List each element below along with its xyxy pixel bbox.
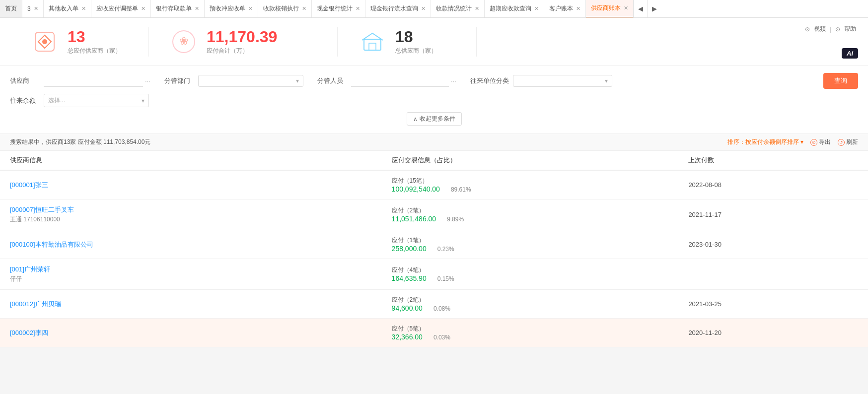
supplier-link-4[interactable]: [001]广州荣轩 <box>10 265 50 273</box>
chevron-down-icon-2: ▾ <box>605 77 608 84</box>
nav-tab-customer-account[interactable]: 客户账本 ✕ <box>544 0 586 18</box>
supplier-link-2[interactable]: [000007]恒旺二手叉车 <box>10 206 74 213</box>
ap-suppliers-num: 13 <box>68 29 121 45</box>
chevron-down-icon: ▾ <box>296 77 299 84</box>
close-icon[interactable]: ✕ <box>534 5 539 12</box>
close-icon[interactable]: ✕ <box>576 5 580 12</box>
nav-tab-advance-offset[interactable]: 预收冲应收单 ✕ <box>205 0 258 18</box>
nav-tab-other-income[interactable]: 其他收入单 ✕ <box>44 0 91 18</box>
ai-badge[interactable]: Ai <box>842 48 858 59</box>
payable-info-6: 应付（5笔） 32,366.00 0.03% <box>392 325 689 341</box>
payable-pct-4: 0.15% <box>437 275 454 282</box>
nav-next-arrow[interactable]: ▶ <box>648 0 661 18</box>
wheat-icon: ❀ <box>169 27 199 57</box>
video-link[interactable]: 视频 <box>814 25 826 33</box>
export-link[interactable]: ⊙ 导出 <box>810 138 831 146</box>
nav-tab-cash-bank-flow-label: 现金银行流水查询 <box>370 4 418 13</box>
payable-amount-4: 164,635.90 <box>392 274 427 282</box>
svg-point-2 <box>42 39 47 44</box>
close-icon[interactable]: ✕ <box>34 5 38 12</box>
nav-tab-home[interactable]: 首页 <box>0 0 22 18</box>
nav-tab-cash-bank-stat[interactable]: 现金银行统计 ✕ <box>312 0 365 18</box>
supplier-more-icon[interactable]: ··· <box>145 77 150 85</box>
sort-label[interactable]: 排序：按应付余额倒序排序 ▾ <box>727 138 803 146</box>
supplier-name-col: [000007]恒旺二手叉车 王通 17106110000 <box>10 205 392 224</box>
payable-pct-6: 0.03% <box>434 334 450 341</box>
play-circle-icon: ⊙ <box>805 26 810 33</box>
table-header: 供应商信息 应付交易信息（占比） 上次付数 <box>0 151 868 171</box>
close-icon[interactable]: ✕ <box>421 5 426 12</box>
close-icon[interactable]: ✕ <box>302 5 306 12</box>
balance-select[interactable]: 选择... ▾ <box>44 94 149 107</box>
header-ap-info: 应付交易信息（占比） <box>392 156 689 165</box>
nav-tab-collection-stat-label: 收款情况统计 <box>436 4 472 13</box>
supplier-link-1[interactable]: [000001]张三 <box>10 181 48 189</box>
close-icon[interactable]: ✕ <box>141 5 145 12</box>
nav-tab-cash-bank-stat-label: 现金银行统计 <box>317 4 353 13</box>
payable-info-2: 应付（2笔） 11,051,486.00 9.89% <box>392 206 689 223</box>
summary-top-right: ⊙ 视频 | ⊙ 帮助 <box>803 25 858 33</box>
nav-tab-collection-stat[interactable]: 收款情况统计 ✕ <box>431 0 485 18</box>
result-actions: 排序：按应付余额倒序排序 ▾ ⊙ 导出 ↺ 刷新 <box>727 138 858 146</box>
unit-class-filter-label: 往来单位分类 <box>470 76 509 85</box>
collapse-button[interactable]: ∧ 收起更多条件 <box>407 112 462 126</box>
supplier-input[interactable] <box>44 75 143 87</box>
chevron-up-icon: ∧ <box>413 116 418 123</box>
supplier-link-6[interactable]: [000002]李四 <box>10 329 48 336</box>
nav-tab-home-label: 首页 <box>5 4 17 13</box>
payable-info-3: 应付（1笔） 258,000.00 0.23% <box>392 236 689 253</box>
nav-tab-overdue-query[interactable]: 超期应收款查询 ✕ <box>485 0 544 18</box>
diamond-icon <box>30 27 60 57</box>
supplier-filter-label: 供应商 <box>10 76 40 85</box>
nav-tab-bank-deposit[interactable]: 银行存取款单 ✕ <box>151 0 205 18</box>
data-table: 供应商信息 应付交易信息（占比） 上次付数 [000001]张三 应付（15笔）… <box>0 151 868 347</box>
summary-item-total-suppliers: 18 总供应商（家） <box>338 27 477 57</box>
person-input[interactable] <box>351 75 449 87</box>
close-icon[interactable]: ✕ <box>356 5 360 12</box>
close-icon[interactable]: ✕ <box>81 5 86 12</box>
last-pay-2: 2021-11-17 <box>688 211 858 218</box>
nav-tab-customer-account-label: 客户账本 <box>549 4 573 13</box>
payable-label-3: 应付（1笔） <box>392 236 689 245</box>
filter-area: 供应商 ··· 分管部门 ▾ 分管人员 ··· 往来单位分类 ▾ 查询 <box>0 66 868 134</box>
refresh-icon: ↺ <box>838 139 845 146</box>
close-icon[interactable]: ✕ <box>248 5 253 12</box>
chevron-down-icon-sort: ▾ <box>800 138 803 145</box>
collapse-button-label: 收起更多条件 <box>420 115 455 123</box>
dept-select[interactable]: ▾ <box>198 75 303 87</box>
export-icon: ⊙ <box>810 139 817 146</box>
search-button[interactable]: 查询 <box>823 73 858 89</box>
table-row: [000007]恒旺二手叉车 王通 17106110000 应付（2笔） 11,… <box>0 199 868 230</box>
svg-rect-5 <box>364 39 381 50</box>
supplier-link-5[interactable]: [000012]广州贝瑞 <box>10 300 61 308</box>
chevron-down-icon-3: ▾ <box>142 97 145 104</box>
nav-tab-supplier-account[interactable]: 供应商账本 ✕ <box>586 0 634 18</box>
nav-tab-overdue-query-label: 超期应收款查询 <box>490 4 531 13</box>
nav-prev-arrow[interactable]: ◀ <box>634 0 648 18</box>
payable-label-2: 应付（2笔） <box>392 206 689 215</box>
close-icon[interactable]: ✕ <box>624 5 628 11</box>
nav-tab-3-label: 3 <box>27 5 31 12</box>
total-suppliers-label: 总供应商（家） <box>395 47 437 55</box>
nav-tab-ap-adjust[interactable]: 应收应付调整单 ✕ <box>91 0 151 18</box>
close-icon[interactable]: ✕ <box>195 5 199 12</box>
nav-tab-collection-verify[interactable]: 收款核销执行 ✕ <box>258 0 312 18</box>
filter-row-1: 供应商 ··· 分管部门 ▾ 分管人员 ··· 往来单位分类 ▾ 查询 <box>10 73 858 89</box>
help-link[interactable]: 帮助 <box>844 25 856 33</box>
unit-class-select[interactable]: ▾ <box>513 75 612 87</box>
payable-info-4: 应付（4笔） 164,635.90 0.15% <box>392 266 689 282</box>
separator: | <box>830 26 831 33</box>
person-more-icon[interactable]: ··· <box>451 77 456 85</box>
summary-item-ap-amount: ❀ 11,170.39 应付合计（万） <box>149 27 338 57</box>
nav-tab-3[interactable]: 3 ✕ <box>22 0 44 18</box>
payable-info-1: 应付（15笔） 100,092,540.00 89.61% <box>392 177 689 193</box>
supplier-link-3[interactable]: [000100]本特勤油品有限公司 <box>10 241 93 248</box>
ap-suppliers-label: 总应付供应商（家） <box>68 47 121 55</box>
ap-amount-label: 应付合计（万） <box>207 47 277 55</box>
refresh-link[interactable]: ↺ 刷新 <box>838 138 858 146</box>
payable-amount-5: 94,600.00 <box>392 304 423 312</box>
payable-pct-2: 9.89% <box>447 216 464 223</box>
nav-tab-cash-bank-flow[interactable]: 现金银行流水查询 ✕ <box>365 0 431 18</box>
payable-pct-3: 0.23% <box>437 246 454 253</box>
close-icon[interactable]: ✕ <box>475 5 479 12</box>
